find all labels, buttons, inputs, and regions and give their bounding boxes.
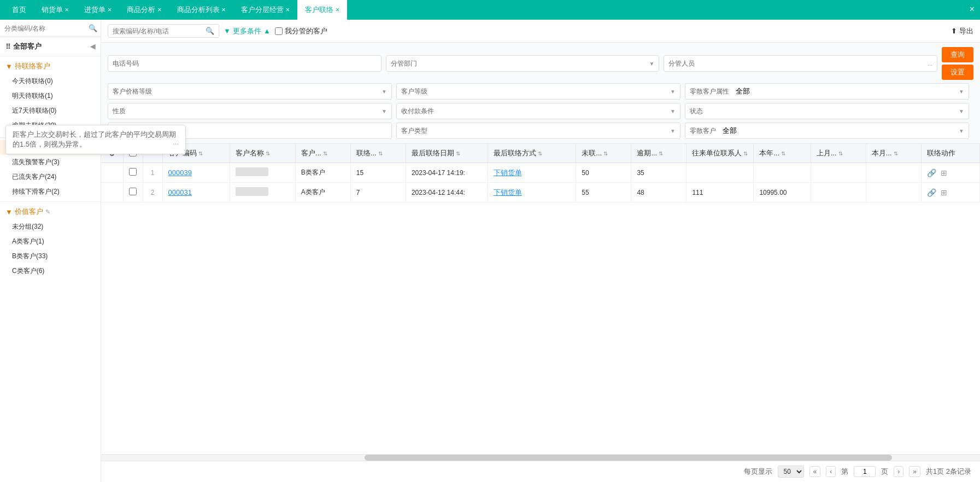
- all-customers-title[interactable]: ⠿ 全部客户 ◀: [0, 37, 101, 56]
- sidebar-item-c-class[interactable]: C类客户(6): [0, 264, 101, 278]
- retail-customer-arrow: ▼: [959, 128, 964, 134]
- filter-status[interactable]: 状态 ▼: [685, 103, 969, 119]
- page-size-select[interactable]: 50: [778, 466, 804, 478]
- first-page-btn[interactable]: «: [809, 466, 821, 477]
- col-this-month[interactable]: 本月... ⇅: [866, 144, 921, 163]
- person-dots[interactable]: ...: [928, 60, 932, 67]
- sidebar-search-input[interactable]: [4, 25, 86, 32]
- col-partner-contact[interactable]: 往来单位联系人 ⇅: [686, 144, 754, 163]
- query-button[interactable]: 查询: [942, 47, 973, 62]
- value-customers-group-head[interactable]: ▼ 价值客户 ✎: [0, 204, 101, 219]
- more-conditions-btn[interactable]: ▼ 更多条件 ▲: [224, 26, 271, 36]
- row2-grid-icon[interactable]: ⊞: [941, 188, 947, 197]
- filter-price-level[interactable]: 客户价格等级 ▼: [108, 83, 392, 100]
- col-category[interactable]: 客户... ⇅: [295, 144, 350, 163]
- nav-home[interactable]: 首页: [4, 0, 34, 20]
- row2-last-method[interactable]: 下销货单: [488, 183, 576, 202]
- row1-last-method-link[interactable]: 下销货单: [494, 169, 522, 177]
- row2-link-icon[interactable]: 🔗: [927, 188, 936, 197]
- row1-grid-icon[interactable]: ⊞: [941, 169, 947, 177]
- row1-code[interactable]: 000039: [162, 163, 230, 183]
- filter-person[interactable]: 分管人员 ...: [664, 55, 937, 72]
- sort-icon-this-month[interactable]: ⇅: [894, 150, 898, 156]
- nav-analysis-list[interactable]: 商品分析列表 ×: [169, 0, 233, 20]
- row2-checkbox[interactable]: [129, 188, 137, 195]
- filter-retail-attr[interactable]: 零散客户属性 全部 ▼: [685, 83, 969, 100]
- nav-customer-tier[interactable]: 客户分层经营 ×: [233, 0, 297, 20]
- col-last-method[interactable]: 最后联络方式 ⇅: [488, 144, 576, 163]
- col-not-contact[interactable]: 未联... ⇅: [576, 144, 631, 163]
- waiting-contact-group-title[interactable]: ▼ 待联络客户: [0, 59, 101, 74]
- sort-icon-not-contact[interactable]: ⇅: [603, 150, 608, 156]
- arrow-down-icon-2: ▼: [5, 208, 13, 216]
- col-category-label: 客户...: [301, 148, 321, 158]
- row1-contact: 15: [350, 163, 406, 183]
- filter-customer-level[interactable]: 客户等级 ▼: [396, 83, 680, 100]
- row1-name[interactable]: [230, 163, 295, 183]
- sort-icon-last-date[interactable]: ⇅: [456, 150, 460, 156]
- edit-icon[interactable]: ✎: [45, 208, 50, 216]
- window-close-button[interactable]: ×: [970, 4, 975, 14]
- my-customer-checkbox[interactable]: [275, 27, 283, 35]
- row1-partner-contact: [686, 163, 754, 183]
- row1-checkbox-cell[interactable]: [123, 163, 143, 183]
- row2-code-link[interactable]: 000031: [168, 188, 192, 196]
- sort-icon-last-month[interactable]: ⇅: [838, 150, 843, 156]
- col-last-method-label: 最后联络方式: [494, 148, 536, 158]
- sidebar-item-b-class[interactable]: B类客户(33): [0, 249, 101, 264]
- export-button[interactable]: ⬆ 导出: [951, 26, 973, 36]
- sidebar-item-ungroup[interactable]: 未分组(32): [0, 219, 101, 234]
- last-page-btn[interactable]: »: [909, 466, 920, 477]
- sidebar-item-tomorrow[interactable]: 明天待联络(1): [0, 89, 101, 103]
- sidebar-item-a-class[interactable]: A类客户(1): [0, 234, 101, 249]
- horizontal-scrollbar[interactable]: [101, 454, 980, 461]
- row2-checkbox-cell[interactable]: [123, 183, 143, 202]
- sort-icon-category[interactable]: ⇅: [323, 150, 327, 156]
- collapse-icon[interactable]: ◀: [90, 43, 95, 50]
- sort-icon-last-method[interactable]: ⇅: [538, 150, 542, 156]
- row2-code[interactable]: 000031: [162, 183, 230, 202]
- sort-icon-name[interactable]: ⇅: [266, 150, 270, 156]
- col-last-month[interactable]: 上月... ⇅: [811, 144, 866, 163]
- settings-button[interactable]: 设置: [942, 65, 973, 80]
- prev-page-btn[interactable]: ‹: [826, 466, 836, 477]
- col-name[interactable]: 客户名称 ⇅: [230, 144, 295, 163]
- col-contact[interactable]: 联络... ⇅: [350, 144, 406, 163]
- filter-dept[interactable]: 分管部门 ▼: [386, 55, 660, 72]
- filter-phone[interactable]: 电话号码: [108, 55, 382, 72]
- row2-last-method-link[interactable]: 下销货单: [494, 188, 522, 196]
- sidebar-item-already-lost[interactable]: 已流失客户(24): [0, 170, 101, 184]
- col-this-year[interactable]: 本年... ⇅: [754, 144, 811, 163]
- filter-nature[interactable]: 性质 ▼: [108, 103, 392, 119]
- row1-link-icon[interactable]: 🔗: [927, 169, 936, 177]
- sort-icon-this-year[interactable]: ⇅: [781, 150, 785, 156]
- col-overdue[interactable]: 逾期... ⇅: [631, 144, 686, 163]
- filter-customer-type[interactable]: 客户类型 ▼: [396, 123, 680, 139]
- row2-name[interactable]: [230, 183, 295, 202]
- sort-icon-code[interactable]: ⇅: [198, 150, 203, 156]
- row1-code-link[interactable]: 000039: [168, 169, 192, 177]
- sidebar-item-declining[interactable]: 持续下滑客户(2): [0, 184, 101, 199]
- row1-last-method[interactable]: 下销货单: [488, 163, 576, 183]
- filter-payment[interactable]: 收付款条件 ▼: [396, 103, 680, 119]
- nav-customer-contact[interactable]: 客户联络 ×: [297, 0, 347, 20]
- sidebar-search-icon[interactable]: 🔍: [89, 24, 97, 32]
- sidebar-item-7days[interactable]: 近7天待联络(0): [0, 103, 101, 118]
- sort-icon-partner-contact[interactable]: ⇅: [743, 150, 748, 156]
- filter-retail-customer[interactable]: 零散客户 全部 ▼: [685, 123, 969, 139]
- scrollbar-thumb[interactable]: [365, 455, 892, 461]
- next-page-btn[interactable]: ›: [894, 466, 903, 477]
- nav-analysis[interactable]: 商品分析 ×: [119, 0, 169, 20]
- nav-purchase[interactable]: 进货单 ×: [77, 0, 119, 20]
- nav-sales[interactable]: 销货单 ×: [34, 0, 77, 20]
- sidebar-item-lost-preview[interactable]: 流失预警客户(3): [0, 155, 101, 170]
- sort-icon-contact[interactable]: ⇅: [378, 150, 383, 156]
- filter-search-input[interactable]: [113, 27, 206, 35]
- my-customer-checkbox-area[interactable]: 我分管的客户: [275, 26, 327, 36]
- sidebar-item-today[interactable]: 今天待联络(0): [0, 74, 101, 89]
- sort-icon-overdue[interactable]: ⇅: [659, 150, 663, 156]
- row1-checkbox[interactable]: [129, 168, 137, 176]
- filter-search-icon[interactable]: 🔍: [206, 27, 214, 35]
- page-number-input[interactable]: [854, 466, 876, 477]
- col-last-date[interactable]: 最后联络日期 ⇅: [406, 144, 488, 163]
